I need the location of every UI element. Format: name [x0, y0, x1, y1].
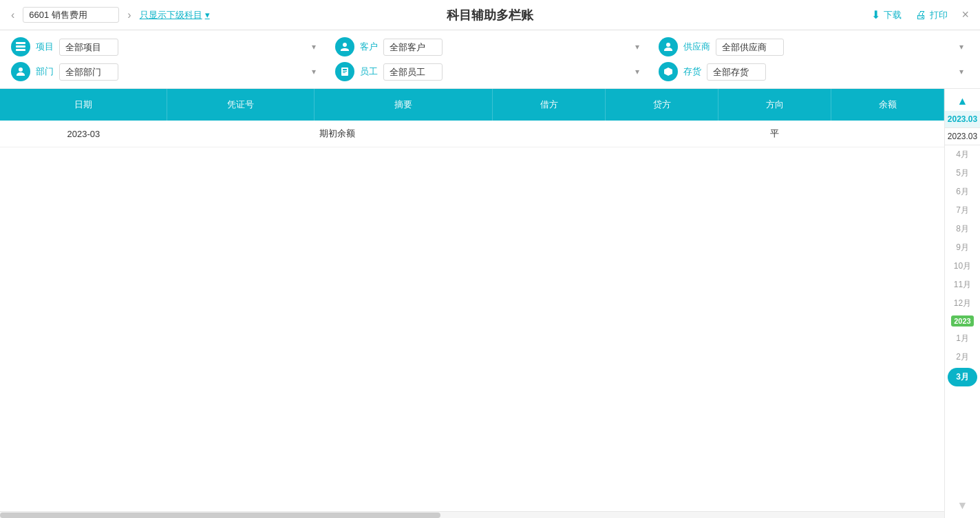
supplier-icon — [659, 37, 678, 56]
col-balance: 余额 — [831, 89, 944, 121]
filter-item-customer: 客户 全部客户 — [335, 37, 646, 56]
table-container[interactable]: 日期 凭证号 摘要 借方 贷方 方向 余额 2023-03 — [0, 89, 944, 511]
up-arrow-icon: ▲ — [957, 95, 968, 107]
cell-voucher — [167, 121, 315, 147]
account-code-input[interactable] — [23, 7, 119, 23]
svg-point-4 — [19, 68, 23, 72]
print-button[interactable]: 🖨 打印 — [915, 9, 948, 21]
timeline-month-9[interactable]: 9月 — [945, 238, 980, 257]
svg-rect-2 — [16, 49, 25, 51]
inventory-icon — [659, 62, 678, 81]
customer-select[interactable]: 全部客户 — [383, 39, 443, 56]
department-label: 部门 — [36, 65, 54, 78]
timeline-month-10[interactable]: 10月 — [945, 257, 980, 276]
show-sub-label: 只显示下级科目 — [140, 9, 202, 21]
timeline-month-11[interactable]: 11月 — [945, 276, 980, 294]
nav-prev-button[interactable]: ‹ — [8, 8, 17, 23]
timeline-month-2[interactable]: 2月 — [945, 348, 980, 366]
col-date: 日期 — [0, 89, 167, 121]
filter-item-department: 部门 全部部门 — [11, 62, 321, 81]
cell-balance — [831, 121, 944, 147]
svg-rect-7 — [343, 71, 347, 72]
table-row: 2023-03 期初余额 平 — [0, 121, 944, 147]
down-arrow-icon: ▼ — [957, 499, 968, 512]
employee-icon — [335, 62, 354, 81]
timeline-items: 2023.03 2023.03 4月 5月 6月 7月 — [945, 111, 980, 496]
filter-item-project: 项目 全部项目 — [11, 37, 321, 56]
supplier-select-wrapper: 全部供应商 — [716, 39, 969, 56]
scrollbar-thumb — [0, 512, 440, 518]
cell-debit — [493, 121, 606, 147]
title-bar-right: ⬇ 下载 🖨 打印 × — [871, 8, 969, 22]
customer-select-wrapper: 全部客户 — [383, 39, 646, 56]
department-select-wrapper: 全部部门 — [59, 63, 321, 81]
timeline-month-6[interactable]: 6月 — [945, 183, 980, 201]
timeline-sidebar: ▲ 2023.03 2023.03 4月 5月 6月 — [944, 89, 980, 518]
timeline-month-7[interactable]: 7月 — [945, 201, 980, 220]
download-button[interactable]: ⬇ 下载 — [871, 8, 902, 21]
timeline-down-button[interactable]: ▼ — [945, 496, 980, 515]
timeline-month-1[interactable]: 1月 — [945, 329, 980, 348]
svg-rect-1 — [16, 45, 25, 48]
print-icon: 🖨 — [915, 9, 926, 21]
main-window: ‹ › 只显示下级科目 ▾ 科目辅助多栏账 ⬇ 下载 🖨 打印 × — [0, 0, 980, 518]
nav-next-button[interactable]: › — [125, 8, 134, 23]
timeline-month-12[interactable]: 12月 — [945, 294, 980, 313]
timeline-header-2023-03-2[interactable]: 2023.03 — [945, 128, 980, 145]
inventory-select[interactable]: 全部存货 — [707, 63, 766, 81]
inventory-select-wrapper: 全部存货 — [707, 63, 969, 81]
project-select[interactable]: 全部项目 — [59, 39, 118, 56]
show-sub-chevron: ▾ — [205, 10, 210, 20]
project-label: 项目 — [36, 41, 54, 53]
filter-row-2: 部门 全部部门 员工 — [11, 62, 969, 81]
content-area: 日期 凭证号 摘要 借方 贷方 方向 余额 2023-03 — [0, 89, 944, 518]
timeline-month-5[interactable]: 5月 — [945, 164, 980, 183]
title-bar-left: ‹ › 只显示下级科目 ▾ — [8, 7, 210, 23]
filter-item-supplier: 供应商 全部供应商 — [659, 37, 969, 56]
bottom-scrollbar[interactable] — [0, 511, 944, 518]
department-select[interactable]: 全部部门 — [59, 63, 118, 81]
close-button[interactable]: × — [961, 8, 969, 22]
ledger-table: 日期 凭证号 摘要 借方 贷方 方向 余额 2023-03 — [0, 89, 944, 147]
department-icon — [11, 62, 30, 81]
col-direction: 方向 — [718, 89, 831, 121]
timeline-month-4[interactable]: 4月 — [945, 145, 980, 164]
cell-date: 2023-03 — [0, 121, 167, 147]
timeline-month-3-active[interactable]: 3月 — [948, 368, 977, 386]
timeline-up-button[interactable]: ▲ — [945, 92, 980, 111]
customer-icon — [335, 37, 354, 56]
col-debit: 借方 — [493, 89, 606, 121]
cell-direction: 平 — [718, 121, 831, 147]
svg-rect-8 — [343, 72, 345, 73]
timeline-header-2023-03-1[interactable]: 2023.03 — [945, 111, 980, 128]
timeline-month-8[interactable]: 8月 — [945, 220, 980, 238]
svg-rect-6 — [343, 69, 347, 70]
project-icon — [11, 37, 30, 56]
svg-point-3 — [666, 43, 670, 47]
timeline-year-2023[interactable]: 2023 — [951, 315, 973, 327]
customer-label: 客户 — [360, 41, 378, 53]
main-content: 日期 凭证号 摘要 借方 贷方 方向 余额 2023-03 — [0, 89, 980, 518]
filter-item-employee: 员工 全部员工 — [335, 62, 646, 81]
employee-label: 员工 — [360, 65, 378, 78]
filter-item-inventory: 存货 全部存货 — [659, 62, 969, 81]
show-sub-button[interactable]: 只显示下级科目 ▾ — [140, 9, 210, 21]
svg-rect-0 — [16, 42, 25, 44]
download-icon: ⬇ — [871, 8, 880, 21]
col-voucher: 凭证号 — [167, 89, 315, 121]
filter-row-1: 项目 全部项目 客户 全部客户 — [11, 37, 969, 56]
page-title: 科目辅助多栏账 — [447, 7, 533, 23]
cell-credit — [606, 121, 718, 147]
print-label: 打印 — [930, 9, 948, 21]
col-credit: 贷方 — [606, 89, 718, 121]
cell-summary: 期初余额 — [314, 121, 492, 147]
supplier-label: 供应商 — [683, 41, 710, 53]
col-summary: 摘要 — [314, 89, 492, 121]
project-select-wrapper: 全部项目 — [59, 39, 321, 56]
employee-select[interactable]: 全部员工 — [383, 63, 443, 81]
inventory-label: 存货 — [683, 65, 701, 78]
supplier-select[interactable]: 全部供应商 — [716, 39, 784, 56]
employee-select-wrapper: 全部员工 — [383, 63, 646, 81]
title-bar: ‹ › 只显示下级科目 ▾ 科目辅助多栏账 ⬇ 下载 🖨 打印 × — [0, 0, 980, 30]
download-label: 下载 — [884, 9, 902, 21]
